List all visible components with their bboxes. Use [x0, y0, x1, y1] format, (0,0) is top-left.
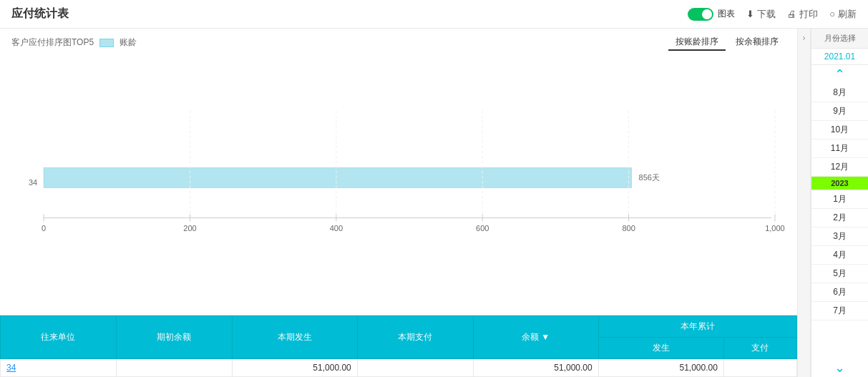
th-opening-balance: 期初余额: [116, 316, 232, 359]
sidebar-collapse-arrow[interactable]: ›: [798, 29, 811, 377]
month-item-12[interactable]: 12月: [811, 158, 868, 177]
print-button[interactable]: 🖨 打印: [787, 8, 818, 21]
refresh-icon: ○: [829, 9, 835, 19]
refresh-button[interactable]: ○ 刷新: [829, 8, 857, 21]
sort-by-amount-button[interactable]: 按余额排序: [728, 34, 786, 51]
download-label: 下载: [757, 8, 776, 21]
month-item-5[interactable]: 5月: [811, 265, 868, 283]
scroll-up-button[interactable]: ⌃: [811, 65, 868, 84]
month-item-4[interactable]: 4月: [811, 246, 868, 265]
chart-legend: 客户应付排序图TOP5 账龄: [11, 36, 137, 49]
td-vendor: 34: [1, 359, 117, 377]
sidebar-title: 月份选择: [811, 29, 868, 49]
td-current-payment: [357, 359, 473, 377]
main-content: 客户应付排序图TOP5 账龄 按账龄排序 按余额排序 34 856天: [0, 29, 868, 377]
table-header-row-1: 往来单位 期初余额 本期发生 本期支付 余额 ▼ 本年累计: [1, 316, 797, 338]
header: 应付统计表 图表 ⬇ 下载 🖨 打印 ○ 刷新: [0, 0, 868, 29]
th-current-occurrence: 本期发生: [232, 316, 357, 359]
arrow-right-icon: ›: [803, 33, 806, 43]
page-title: 应付统计表: [11, 6, 69, 21]
month-item-1[interactable]: 1月: [811, 190, 868, 209]
header-actions: 图表 ⬇ 下载 🖨 打印 ○ 刷新: [688, 8, 857, 21]
toggle-knob: [702, 9, 712, 19]
print-label: 打印: [799, 8, 818, 21]
svg-text:800: 800: [622, 224, 635, 232]
month-item-3[interactable]: 3月: [811, 227, 868, 246]
svg-text:1,000: 1,000: [765, 224, 785, 232]
td-current-occurrence: 51,000.00: [232, 359, 357, 377]
chart-section: 客户应付排序图TOP5 账龄 按账龄排序 按余额排序 34 856天: [0, 29, 797, 377]
year-marker-2023[interactable]: 2023: [811, 177, 868, 190]
chart-header: 客户应付排序图TOP5 账龄 按账龄排序 按余额排序: [0, 29, 797, 57]
month-item-11[interactable]: 11月: [811, 139, 868, 158]
chart-toggle-label: 图表: [718, 8, 735, 20]
month-sidebar: 月份选择 ⌃ 8月 9月 10月 11月 12月 2023 1月 2月 3月 4…: [811, 29, 868, 377]
refresh-label: 刷新: [838, 8, 857, 21]
th-ytd-payment: 支付: [723, 338, 796, 359]
legend-title: 客户应付排序图TOP5: [11, 36, 94, 49]
month-item-9[interactable]: 9月: [811, 102, 868, 121]
print-icon: 🖨: [787, 9, 796, 19]
td-balance: 51,000.00: [473, 359, 598, 377]
td-opening-balance: [116, 359, 232, 377]
sort-by-balance-button[interactable]: 按账龄排序: [668, 34, 726, 51]
bar-chart: 34 856天 0 200 400 600: [11, 62, 786, 309]
th-current-payment: 本期支付: [357, 316, 473, 359]
table-row: 34 51,000.00 51,000.00 51,000.00: [1, 359, 797, 377]
chart-area: 34 856天 0 200 400 600: [0, 57, 797, 315]
vendor-link[interactable]: 34: [6, 363, 16, 373]
scroll-down-button[interactable]: ⌄: [811, 358, 868, 377]
svg-text:0: 0: [42, 224, 46, 232]
legend-box: [99, 39, 114, 47]
table-section: 往来单位 期初余额 本期发生 本期支付 余额 ▼ 本年累计 发生 支付: [0, 315, 797, 377]
svg-text:400: 400: [330, 224, 343, 232]
svg-text:856天: 856天: [639, 173, 660, 182]
year-input[interactable]: [811, 49, 868, 65]
toggle-track[interactable]: [688, 8, 713, 21]
month-item-8[interactable]: 8月: [811, 84, 868, 102]
th-ytd-occurrence: 发生: [598, 338, 723, 359]
svg-text:200: 200: [183, 224, 196, 232]
chart-toggle[interactable]: 图表: [688, 8, 735, 21]
svg-text:600: 600: [476, 224, 489, 232]
td-ytd-occurrence: 51,000.00: [598, 359, 723, 377]
th-ytd: 本年累计: [598, 316, 796, 338]
td-ytd-payment: [723, 359, 796, 377]
data-table: 往来单位 期初余额 本期发生 本期支付 余额 ▼ 本年累计 发生 支付: [0, 315, 797, 377]
month-list: 8月 9月 10月 11月 12月 2023 1月 2月 3月 4月 5月 6月…: [811, 84, 868, 358]
svg-text:34: 34: [29, 179, 37, 187]
download-icon: ⬇: [746, 9, 754, 19]
month-item-7[interactable]: 7月: [811, 302, 868, 320]
legend-box-label: 账龄: [120, 36, 137, 49]
month-item-6[interactable]: 6月: [811, 283, 868, 302]
svg-rect-1: [44, 167, 632, 187]
month-item-10[interactable]: 10月: [811, 121, 868, 139]
download-button[interactable]: ⬇ 下载: [746, 8, 776, 21]
chart-sort-buttons: 按账龄排序 按余额排序: [668, 34, 786, 51]
th-vendor: 往来单位: [1, 316, 117, 359]
th-balance: 余额 ▼: [473, 316, 598, 359]
month-item-2[interactable]: 2月: [811, 209, 868, 227]
